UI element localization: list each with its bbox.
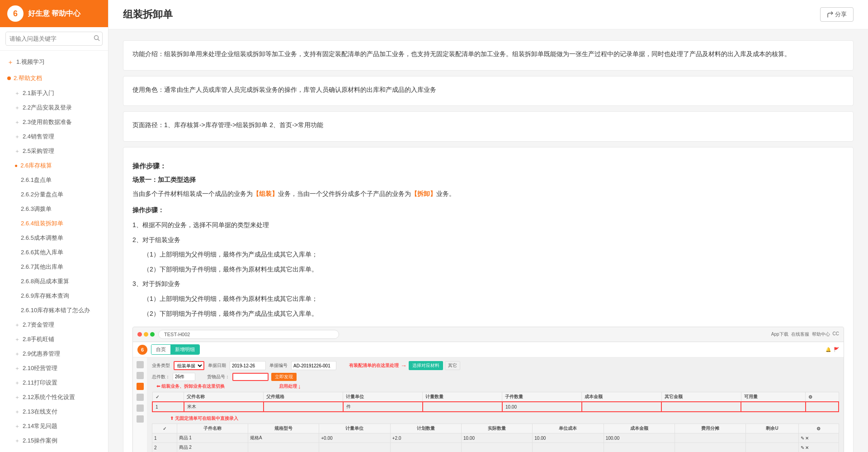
mock-tab-new[interactable]: 新增明细 bbox=[170, 345, 199, 354]
sidebar-leaf-2-6-3[interactable]: 2.6.3调拨单 bbox=[0, 202, 108, 216]
mock-tabs: 自页 新增明细 bbox=[151, 344, 200, 355]
mock-parent-table: ✓ 父件名称 父件规格 计量单位 计量数量 子件数量 成本金额 其它金额 可用量 bbox=[152, 392, 839, 412]
mock-count-input[interactable] bbox=[173, 373, 195, 381]
mock-child-table: ✓ 子件名称 规格型号 计量单位 计划数量 实际数量 单位成本 成本金额 费用分… bbox=[152, 423, 839, 452]
mock-parent-thead: ✓ 父件名称 父件规格 计量单位 计量数量 子件数量 成本金额 其它金额 可用量 bbox=[152, 392, 839, 402]
plus-sm-icon: ＋ bbox=[14, 394, 20, 401]
sidebar-item-2-11[interactable]: ＋ 2.11打印设置 bbox=[0, 376, 108, 390]
mock-type-select[interactable]: 组装单据 拆卸单据 bbox=[174, 361, 204, 370]
svg-point-0 bbox=[94, 36, 99, 40]
step2: 2、对于组装业务 bbox=[132, 234, 844, 246]
mock-icon-flag: 🚩 bbox=[834, 347, 839, 352]
mock-body: 业务类型 组装单据 拆卸单据 单据日期 单据编号 有装配清单的在这里 bbox=[133, 357, 844, 452]
mock-icon-2 bbox=[137, 372, 144, 379]
plus-sm-icon: ＋ bbox=[14, 133, 20, 141]
share-button[interactable]: 分享 bbox=[820, 7, 854, 22]
mock-child-thead: ✓ 子件名称 规格型号 计量单位 计划数量 实际数量 单位成本 成本金额 费用分… bbox=[152, 424, 839, 433]
sidebar-leaf-2-6-5[interactable]: 2.6.5成本调整单 bbox=[0, 231, 108, 245]
sidebar-item-2-3[interactable]: ＋ 2.3使用前数据准备 bbox=[0, 115, 108, 129]
mock-tab-home[interactable]: 自页 bbox=[151, 345, 170, 354]
main-area: 组装拆卸单 分享 功能介绍：组装拆卸单用来处理企业组装或拆卸等加工业务，支持有固… bbox=[108, 0, 868, 452]
sidebar-item-2-10[interactable]: ＋ 2.10经营管理 bbox=[0, 361, 108, 376]
sidebar-item-2-6[interactable]: ● 2.6库存核算 bbox=[0, 158, 108, 173]
mock-annotation-1-area: 有装配清单的在这里处理 → 选择对应材料 其它 bbox=[349, 361, 460, 370]
path-text: 页面路径：1、库存核算->库存管理->组装拆卸单 2、首页->常用功能 bbox=[132, 119, 844, 131]
step3-sub1: （1）上部明细为父件明细，最终作为原材料生成其它出库单； bbox=[143, 293, 844, 305]
sidebar-item-2-5[interactable]: ＋ 2.5采购管理 bbox=[0, 144, 108, 158]
mock-form-row-1: 业务类型 组装单据 拆卸单据 单据日期 单据编号 有装配清单的在这里 bbox=[152, 361, 839, 370]
sidebar-item-2-15[interactable]: ＋ 2.15操作案例 bbox=[0, 433, 108, 448]
search-input[interactable] bbox=[6, 33, 89, 45]
mock-icon-4 bbox=[137, 394, 144, 401]
sidebar-leaf-2-6-1[interactable]: 2.6.1盘点单 bbox=[0, 173, 108, 187]
sidebar-leaf-2-6-10[interactable]: 2.6.10库存账本错了怎么办 bbox=[0, 303, 108, 318]
sidebar-leaf-2-6-9[interactable]: 2.6.9库存账本查询 bbox=[0, 289, 108, 303]
plus-sm-icon: ＋ bbox=[14, 119, 20, 126]
sidebar-item-videos[interactable]: ＋ 1.视频学习 bbox=[0, 54, 108, 70]
sidebar-item-2-4[interactable]: ＋ 2.4销售管理 bbox=[0, 129, 108, 144]
mock-material-input[interactable] bbox=[232, 373, 269, 381]
mock-select-material-btn[interactable]: 选择对应材料 bbox=[409, 361, 443, 370]
step2-sub2: （2）下部明细为子件明细，最终作为原材料生成其它出库单。 bbox=[143, 263, 844, 276]
sidebar-item-2-12[interactable]: ＋ 2.12系统个性化设置 bbox=[0, 390, 108, 404]
step3: 3、对于拆卸业务 bbox=[132, 278, 844, 290]
sidebar-item-2-1[interactable]: ＋ 2.1新手入门 bbox=[0, 86, 108, 100]
mock-parent-tbody: 1 米木 件 10.00 bbox=[152, 402, 839, 412]
sidebar-leaf-2-6-6[interactable]: 2.6.6其他入库单 bbox=[0, 245, 108, 260]
search-button[interactable] bbox=[89, 32, 103, 45]
mock-parent-row-1: 1 米木 件 10.00 bbox=[152, 402, 839, 412]
mock-other-btn[interactable]: 其它 bbox=[445, 361, 460, 370]
mock-date-input[interactable] bbox=[230, 361, 266, 370]
sidebar-nav: ＋ 1.视频学习 2.帮助文档 ＋ 2.1新手入门 ＋ 2.2产品安装及登录 bbox=[0, 51, 108, 452]
sidebar-leaf-2-6-7[interactable]: 2.6.7其他出库单 bbox=[0, 260, 108, 274]
plus-sm-icon: ＋ bbox=[14, 423, 20, 430]
ops-steps-label: 操作步骤： bbox=[132, 204, 844, 216]
logo-icon: 6 bbox=[7, 5, 24, 22]
mock-annotation-5-area: ⬆ 无固定清单可在组装中直接录入 bbox=[152, 414, 839, 422]
plus-sm-icon: ＋ bbox=[14, 321, 20, 329]
sidebar-item-2-13[interactable]: ＋ 2.13在线支付 bbox=[0, 404, 108, 419]
ops-label: 操作步骤： bbox=[132, 162, 844, 171]
role-text: 使用角色：通常由生产人员或库管人员完成拆装业务的操作，库管人员确认原材料的出库和… bbox=[132, 84, 844, 96]
plus-sm-icon: ＋ bbox=[14, 147, 20, 155]
url-bar: TEST-H002 bbox=[158, 330, 339, 339]
mock-form-row-2: 总件数： 货物品号： 立即发现 bbox=[152, 373, 839, 381]
scenario1-desc: 当由多个子件材料组装成一个成品的业务为【组装】业务，当由一个父件拆分成多个子产品… bbox=[132, 188, 844, 200]
sidebar-item-2-14[interactable]: ＋ 2.14常见问题 bbox=[0, 419, 108, 433]
sidebar-leaf-2-6-2[interactable]: 2.6.2分量盘点单 bbox=[0, 187, 108, 202]
mock-icon-1 bbox=[137, 361, 144, 368]
nav-section-1: ＋ 1.视频学习 bbox=[0, 54, 108, 70]
browser-actions: App下载 在线客服 帮助中心 CC bbox=[771, 331, 839, 338]
nav-section-2: 2.帮助文档 ＋ 2.1新手入门 ＋ 2.2产品安装及登录 ＋ 2.3使用前数据… bbox=[0, 71, 108, 448]
sidebar-item-docs[interactable]: 2.帮助文档 bbox=[0, 71, 108, 86]
mock-annotation-3-area: ⬅ 组装业务、拆卸业务在这里切换 启用处理 ↓ bbox=[152, 383, 839, 390]
mock-form-area: 业务类型 组装单据 拆卸单据 单据日期 单据编号 有装配清单的在这里 bbox=[147, 357, 844, 452]
mock-child-tbody: 1 商品 1 规格A +0.00 +2.0 10.00 10.00 100.00 bbox=[152, 433, 839, 452]
mock-apply-btn[interactable]: 立即发现 bbox=[271, 373, 297, 381]
mock-child-row-1: 1 商品 1 规格A +0.00 +2.0 10.00 10.00 100.00 bbox=[152, 433, 839, 443]
scenario1-title: 场景一：加工类型选择 bbox=[132, 176, 844, 184]
sidebar-item-2-7[interactable]: ＋ 2.7资金管理 bbox=[0, 318, 108, 332]
step3-sub2: （2）下部明细为子件明细，最终作为产成品生成其它入库单。 bbox=[143, 308, 844, 320]
intro-text: 功能介绍：组装拆卸单用来处理企业组装或拆卸等加工业务，支持有固定装配清单的产品加… bbox=[132, 48, 844, 60]
ops-block: 操作步骤： 场景一：加工类型选择 当由多个子件材料组装成一个成品的业务为【组装】… bbox=[123, 147, 854, 452]
page-title: 组装拆卸单 bbox=[123, 8, 173, 21]
mock-icon-6 bbox=[137, 415, 144, 423]
sidebar-item-label-2: 2.帮助文档 bbox=[14, 74, 42, 82]
step2-sub1: （1）上部明细为父件明细，最终作为产成品生成其它入库单； bbox=[143, 248, 844, 261]
mock-annotation-4: 启用处理 bbox=[279, 383, 297, 390]
sidebar-leaf-2-6-4[interactable]: 2.6.4组装拆卸单 bbox=[0, 216, 108, 231]
sidebar-leaf-2-6-8[interactable]: 2.6.8商品成本重算 bbox=[0, 274, 108, 289]
sidebar-item-2-9[interactable]: ＋ 2.9优惠券管理 bbox=[0, 347, 108, 361]
sidebar-item-2-8[interactable]: ＋ 2.8手机旺铺 bbox=[0, 332, 108, 347]
plus-sm-icon: ＋ bbox=[14, 379, 20, 387]
mock-number-input[interactable] bbox=[291, 361, 336, 370]
plus-sm-icon: ＋ bbox=[14, 350, 20, 358]
mock-annotation-3: ⬅ 组装业务、拆卸业务在这里切换 bbox=[156, 383, 225, 390]
sidebar-item-2-2[interactable]: ＋ 2.2产品安装及登录 bbox=[0, 100, 108, 115]
mock-annotation-5: ⬆ 无固定清单可在组装中直接录入 bbox=[170, 416, 238, 421]
path-block: 页面路径：1、库存核算->库存管理->组装拆卸单 2、首页->常用功能 bbox=[123, 111, 854, 142]
active-dot bbox=[7, 76, 11, 80]
mock-date-label: 单据日期 bbox=[208, 362, 226, 369]
sidebar-item-label-1: 1.视频学习 bbox=[16, 58, 45, 66]
